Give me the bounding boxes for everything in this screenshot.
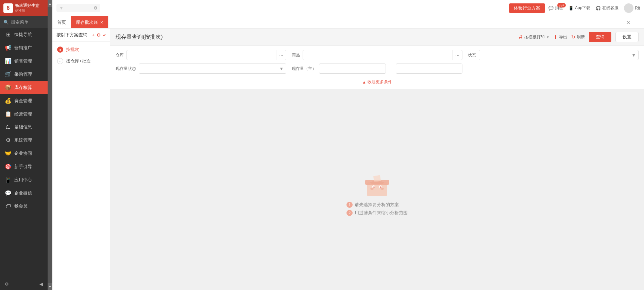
- page-header: 现存量查询(按批次) 🖨 按模板打印 ▼ ⬆ 导出 ↻ 刷新: [110, 29, 644, 46]
- print-action[interactable]: 🖨 按模板打印 ▼: [518, 34, 549, 40]
- sidebar-item-operation[interactable]: 📋 经营管理: [0, 107, 48, 121]
- app-logo: 6: [3, 3, 13, 13]
- collapse-icon[interactable]: ◀: [39, 282, 43, 287]
- sidebar-item-wechat[interactable]: 💬 企业微信: [0, 186, 48, 200]
- sidebar-item-label: 资金管理: [14, 98, 32, 104]
- topbar-search-input[interactable]: [65, 6, 92, 11]
- query-button[interactable]: 查询: [589, 32, 611, 42]
- user-avatar-item[interactable]: Rit: [624, 3, 640, 13]
- tab-home[interactable]: 首页: [52, 16, 71, 28]
- sidebar-item-label: 营销推广: [14, 45, 32, 51]
- sidebar-item-label: 采购管理: [14, 71, 32, 77]
- print-dropdown-icon[interactable]: ▼: [546, 35, 549, 39]
- topbar-settings-icon[interactable]: ⚙: [94, 5, 98, 11]
- filter-status: 状态 正常 停用 ▼: [468, 50, 639, 60]
- filter-stock-qty: 现存量（主） —: [292, 64, 462, 74]
- trial-button[interactable]: 体验行业方案: [509, 3, 545, 13]
- refresh-icon: ↻: [571, 34, 575, 40]
- sidebar-item-label: 企业协同: [14, 150, 32, 157]
- scroll-down-arrow[interactable]: ▼: [48, 283, 52, 290]
- scheme-inactive-dot: ○: [57, 58, 63, 64]
- messages-badge: 99+: [557, 3, 566, 7]
- tab-close-icon[interactable]: ✕: [100, 20, 103, 25]
- stock-status-label: 现存量状态: [116, 66, 136, 72]
- main-area: ▼ ⚙ 体验行业方案 💬 消息 99+ 📱 App下载 🎧 在线客服 Rit: [52, 0, 644, 290]
- tabbar-close-button[interactable]: ✕: [626, 19, 630, 25]
- member-icon: 🏷: [5, 203, 12, 209]
- product-input-wrap[interactable]: ···: [303, 50, 462, 60]
- export-action[interactable]: ⬆ 导出: [554, 34, 567, 40]
- settings-icon[interactable]: ⚙: [5, 282, 9, 287]
- settings-button[interactable]: 设置: [615, 32, 639, 42]
- sidebar-item-system[interactable]: ⚙ 系统管理: [0, 133, 48, 147]
- sidebar-item-label: 企业微信: [14, 190, 32, 196]
- scroll-up-arrow[interactable]: ▲: [48, 0, 52, 7]
- sidebar-item-label: 快捷导航: [14, 32, 32, 38]
- warehouse-dots-button[interactable]: ···: [276, 50, 286, 60]
- sidebar-item-marketing[interactable]: 📢 营销推广: [0, 41, 48, 54]
- sidebar-nav: ⊞ 快捷导航 📢 营销推广 📊 销售管理 🛒 采购管理 📦 库存核算 💰 资金管…: [0, 28, 48, 278]
- sidebar-header: 6 畅康通好生意 标准版: [0, 0, 48, 16]
- status-select[interactable]: 正常 停用: [479, 50, 639, 60]
- stock-status-select[interactable]: 有库存 无库存 全部: [139, 64, 286, 74]
- collapse-conditions-button[interactable]: ▲ 收起更多条件: [116, 77, 639, 85]
- refresh-action[interactable]: ↻ 刷新: [571, 34, 585, 40]
- warehouse-input[interactable]: [127, 53, 276, 57]
- product-dots-button[interactable]: ···: [452, 50, 462, 60]
- scheme-settings-button[interactable]: ⚙: [97, 32, 101, 38]
- svg-point-3: [370, 181, 384, 184]
- filter-row-2: 现存量状态 有库存 无库存 全部 ▼ 现存量（主）: [116, 64, 639, 74]
- scheme-add-button[interactable]: +: [92, 32, 95, 38]
- user-avatar: [624, 3, 633, 13]
- online-service-item[interactable]: 🎧 在线客服: [596, 5, 618, 11]
- sidebar-item-inventory[interactable]: 📦 库存核算: [0, 81, 48, 94]
- stock-qty-from[interactable]: [319, 64, 386, 74]
- scheme-item-label: 按仓库+批次: [66, 58, 91, 64]
- sidebar-item-enterprise[interactable]: 🤝 企业协同: [0, 147, 48, 160]
- sidebar-item-member[interactable]: 🏷 畅会员: [0, 200, 48, 213]
- app-name: 畅康通好生意: [15, 3, 39, 8]
- scheme-header-icons: + ⚙ «: [92, 32, 106, 38]
- wechat-icon: 💬: [5, 190, 12, 196]
- sidebar-item-sales[interactable]: 📊 销售管理: [0, 54, 48, 68]
- finance-icon: 💰: [5, 97, 12, 104]
- collapse-arrow-icon: ▲: [362, 80, 366, 85]
- sidebar-item-finance[interactable]: 💰 资金管理: [0, 94, 48, 107]
- messages-item[interactable]: 💬 消息 99+: [548, 5, 563, 11]
- export-label: 导出: [559, 34, 567, 40]
- message-icon: 💬: [548, 6, 554, 11]
- scheme-item-by-warehouse-batch[interactable]: ○ 按仓库+批次: [52, 55, 110, 67]
- sidebar-item-quick-nav[interactable]: ⊞ 快捷导航: [0, 28, 48, 41]
- scheme-collapse-button[interactable]: «: [103, 32, 106, 38]
- filter-row-1: 仓库 ··· 商品 ··· 状态: [116, 50, 639, 60]
- refresh-label: 刷新: [577, 34, 585, 40]
- sidebar-item-newbie[interactable]: 🎯 新手引导: [0, 160, 48, 173]
- app-download-item[interactable]: 📱 App下载: [569, 5, 590, 11]
- page-header-actions: 🖨 按模板打印 ▼ ⬆ 导出 ↻ 刷新 查询 设置: [518, 32, 639, 42]
- warehouse-input-wrap[interactable]: ···: [126, 50, 286, 60]
- sidebar-item-purchase[interactable]: 🛒 采购管理: [0, 68, 48, 81]
- scheme-item-by-batch[interactable]: ● 按批次: [52, 44, 110, 55]
- empty-hints: 1 请先选择要分析的方案 2 用过滤条件来缩小分析范围: [346, 202, 408, 216]
- app-download-label: App下载: [575, 5, 590, 11]
- sidebar-item-appstore[interactable]: 📱 应用中心: [0, 173, 48, 186]
- svg-point-6: [373, 186, 375, 188]
- sidebar-item-label: 销售管理: [14, 58, 32, 64]
- status-select-wrap[interactable]: 正常 停用 ▼: [479, 50, 639, 60]
- stock-qty-range: —: [319, 64, 462, 74]
- sidebar-item-label: 应用中心: [14, 177, 32, 183]
- stock-qty-to[interactable]: [396, 64, 463, 74]
- empty-state: 1 请先选择要分析的方案 2 用过滤条件来缩小分析范围: [110, 89, 644, 290]
- tab-inventory-batch[interactable]: 库存批次账 ✕: [71, 16, 108, 28]
- quick-nav-icon: ⊞: [5, 31, 12, 38]
- topbar-search-box[interactable]: ▼ ⚙: [56, 4, 100, 12]
- stock-status-select-wrap[interactable]: 有库存 无库存 全部 ▼: [139, 64, 286, 74]
- product-input[interactable]: [303, 53, 452, 57]
- sidebar-item-label: 系统管理: [14, 137, 32, 143]
- phone-icon: 📱: [569, 6, 574, 11]
- empty-hint-1: 1 请先选择要分析的方案: [346, 202, 408, 208]
- sidebar-item-basic[interactable]: 🗂 基础信息: [0, 121, 48, 133]
- app-edition: 标准版: [15, 8, 39, 13]
- sidebar-search[interactable]: 🔍 搜索菜单: [0, 16, 48, 28]
- empty-illustration: [360, 164, 394, 198]
